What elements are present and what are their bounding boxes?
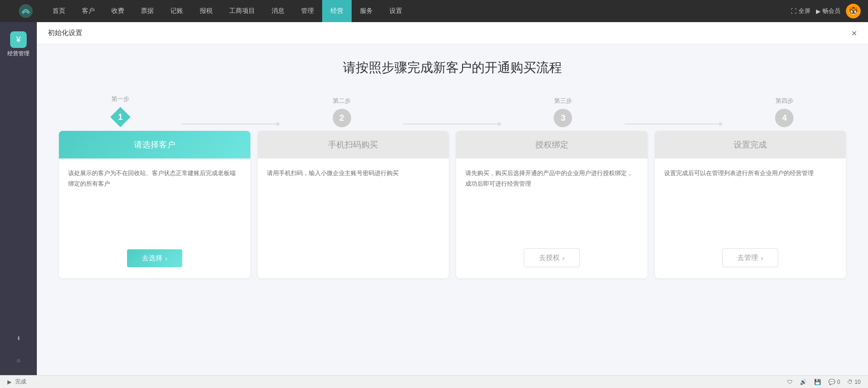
step-1-label: 第一步 (111, 95, 129, 103)
nav-accounting[interactable]: 记账 (162, 0, 191, 22)
go-auth-label: 去授权 (539, 253, 560, 262)
card-2-body: 请用手机扫码，输入小微企业主账号密码进行购买 (258, 159, 449, 260)
page-header: 初始化设置 × (37, 22, 868, 44)
content-area: 初始化设置 × 请按照步骤完成新客户的开通购买流程 第一步 1 (37, 22, 868, 375)
page-title: 初始化设置 (48, 29, 82, 37)
card-3-title: 授权绑定 (535, 140, 568, 149)
nav-tax[interactable]: 报税 (191, 0, 221, 22)
step-1-header: 第一步 1 (59, 95, 182, 127)
nav-invoice[interactable]: 票据 (133, 0, 162, 22)
nav-service[interactable]: 服务 (352, 0, 381, 22)
step-3-label: 第三步 (554, 97, 572, 105)
card-2-footer (258, 260, 449, 278)
step-card-1: 请选择客户 该处展示的客户为不在回收站、客户状态正常建账后完成老板端绑定的所有客… (59, 131, 250, 278)
card-2-header: 手机扫码购买 (258, 131, 449, 159)
sidebar: ¥ 经营管理 ⬇ ☺ (0, 22, 37, 375)
sidebar-download[interactable]: ⬇ (0, 327, 37, 349)
step-4-header: 第四步 4 (723, 97, 846, 127)
nav-manage[interactable]: 管理 (293, 0, 322, 22)
card-3-body: 请先购买，购买后选择开通的产品中的企业用户进行授权绑定，成功后即可进行经营管理 (456, 159, 648, 241)
connector-2-3 (403, 122, 502, 127)
go-select-arrow: › (165, 254, 168, 262)
play-icon: ▶ (816, 8, 821, 15)
go-manage-arrow: › (761, 254, 763, 262)
go-auth-arrow: › (562, 254, 565, 262)
status-left: ▶ 完成 (7, 378, 26, 386)
save-icon: 💾 (814, 379, 821, 385)
step-4-circle: 4 (775, 109, 793, 127)
nav-operation[interactable]: 经营 (322, 0, 352, 22)
step-1-circle: 1 (110, 107, 131, 127)
main-content: 请按照步骤完成新客户的开通购买流程 第一步 1 第二步 (37, 44, 868, 375)
card-4-body: 设置完成后可以在管理列表进行所有企业用户的经营管理 (655, 159, 846, 241)
step-4-number: 4 (782, 113, 787, 123)
sidebar-bottom: ⬇ ☺ (0, 327, 37, 375)
step-4-label: 第四步 (775, 97, 793, 105)
nav-settings[interactable]: 设置 (381, 0, 411, 22)
connector-line-1 (182, 123, 277, 124)
operation-icon: ¥ (10, 31, 27, 48)
go-select-label: 去选择 (142, 254, 162, 263)
go-manage-label: 去管理 (737, 253, 758, 262)
avatar[interactable]: 🐯 (846, 4, 861, 18)
cards-row: 请选择客户 该处展示的客户为不在回收站、客户状态正常建账后完成老板端绑定的所有客… (59, 131, 846, 278)
process-title: 请按照步骤完成新客户的开通购买流程 (59, 59, 846, 76)
vip-label: 畅会员 (822, 7, 840, 15)
connector-3-4 (625, 122, 723, 127)
nav-right: ⛶ 全屏 ▶ 畅会员 🐯 (791, 4, 861, 18)
nav-customer[interactable]: 客户 (74, 0, 103, 22)
sidebar-item-operation[interactable]: ¥ 经营管理 (0, 26, 37, 63)
step-card-3: 授权绑定 请先购买，购买后选择开通的产品中的企业用户进行授权绑定，成功后即可进行… (456, 131, 648, 278)
sidebar-support[interactable]: ☺ (0, 349, 37, 371)
status-right: 🛡 🔊 💾 💬 0 ⏱ 10 (787, 379, 861, 385)
step-card-4: 设置完成 设置完成后可以在管理列表进行所有企业用户的经营管理 去管理 › (655, 131, 846, 278)
nav-home[interactable]: 首页 (44, 0, 74, 22)
fullscreen-icon: ⛶ (791, 8, 797, 15)
card-3-text: 请先购买，购买后选择开通的产品中的企业用户进行授权绑定，成功后即可进行经营管理 (465, 170, 633, 187)
card-3-footer: 去授权 › (456, 241, 648, 278)
vip-button[interactable]: ▶ 畅会员 (816, 7, 840, 15)
card-4-text: 设置完成后可以在管理列表进行所有企业用户的经营管理 (664, 170, 814, 176)
card-4-title: 设置完成 (734, 140, 767, 149)
card-3-header: 授权绑定 (456, 131, 648, 159)
go-auth-button[interactable]: 去授权 › (524, 248, 580, 267)
close-button[interactable]: × (851, 29, 857, 38)
connector-1-2 (182, 122, 280, 127)
shield-icon: 🛡 (787, 379, 793, 385)
connector-arrow-1 (277, 122, 280, 126)
fullscreen-button[interactable]: ⛶ 全屏 (791, 7, 810, 15)
main-layout: ¥ 经营管理 ⬇ ☺ 初始化设置 × 请按照步骤完成新客户的开通购买流程 (0, 22, 868, 375)
support-icon: ☺ (16, 358, 21, 363)
nav-billing[interactable]: 收费 (103, 0, 133, 22)
step-2-circle: 2 (333, 109, 351, 127)
step-3-number: 3 (561, 113, 565, 123)
nav-business[interactable]: 工商项目 (221, 0, 263, 22)
step-2-label: 第二步 (333, 97, 351, 105)
card-2-text: 请用手机扫码，输入小微企业主账号密码进行购买 (267, 170, 399, 176)
step-2-number: 2 (340, 113, 344, 123)
step-3-header: 第三步 3 (502, 97, 625, 127)
download-icon: ⬇ (17, 335, 21, 341)
card-1-title: 请选择客户 (134, 140, 175, 149)
connector-line-3 (625, 123, 719, 124)
message-count: 💬 0 (828, 379, 840, 385)
go-manage-button[interactable]: 去管理 › (722, 248, 778, 267)
card-1-header: 请选择客户 (59, 131, 250, 159)
step-card-2: 手机扫码购买 请用手机扫码，输入小微企业主账号密码进行购买 (258, 131, 449, 278)
connector-arrow-3 (719, 122, 723, 126)
connector-arrow-2 (498, 122, 502, 126)
play-status-icon: ▶ (7, 379, 12, 385)
card-1-body: 该处展示的客户为不在回收站、客户状态正常建账后完成老板端绑定的所有客户 (59, 159, 250, 242)
card-1-text: 该处展示的客户为不在回收站、客户状态正常建账后完成老板端绑定的所有客户 (68, 170, 236, 187)
card-1-footer: 去选择 › (59, 242, 250, 278)
go-select-button[interactable]: 去选择 › (127, 249, 182, 267)
nav-items: 首页 客户 收费 票据 记账 报税 工商项目 消息 管理 经营 服务 设置 (44, 0, 791, 22)
volume-icon: 🔊 (800, 379, 807, 385)
step-2-header: 第二步 2 (280, 97, 403, 127)
card-2-title: 手机扫码购买 (328, 140, 378, 149)
step-3-circle: 3 (554, 109, 572, 127)
logo[interactable] (7, 4, 44, 18)
steps-area: 第一步 1 第二步 2 (59, 95, 846, 127)
nav-message[interactable]: 消息 (263, 0, 293, 22)
status-text: 完成 (15, 378, 26, 386)
